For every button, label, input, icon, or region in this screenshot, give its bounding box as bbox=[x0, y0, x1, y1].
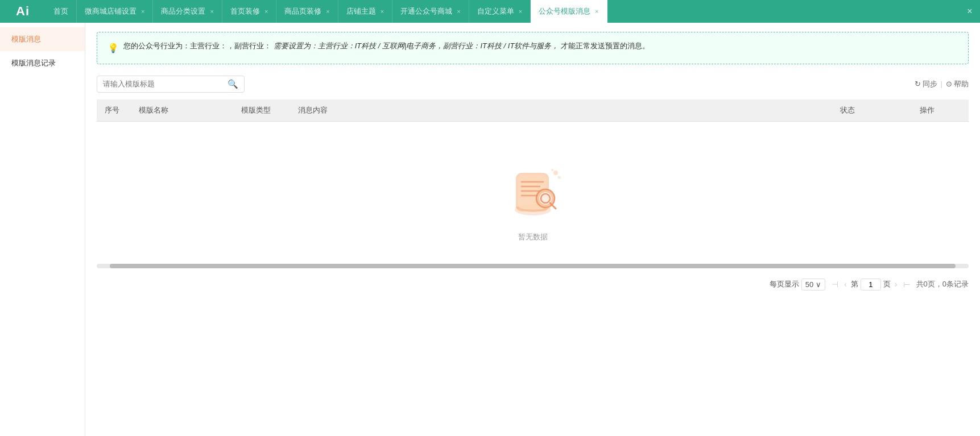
page-nav: ⊣ ‹ 第 页 › ⊢ bbox=[830, 279, 911, 290]
sync-button[interactable]: ↻ 同步 bbox=[915, 79, 937, 89]
tab-label-product-decor: 商品页装修 bbox=[284, 6, 321, 16]
tab-close-custom-menu[interactable]: × bbox=[519, 8, 522, 15]
table-body: 暂无数据 bbox=[97, 121, 969, 259]
prev-page-button[interactable]: ‹ bbox=[842, 280, 849, 289]
toolbar-divider: | bbox=[941, 80, 942, 88]
scroll-track[interactable] bbox=[97, 264, 969, 268]
tab-close-store-settings[interactable]: × bbox=[141, 8, 144, 15]
tab-close-home-decor[interactable]: × bbox=[264, 8, 268, 15]
empty-illustration bbox=[499, 156, 567, 224]
tab-close-open-mall[interactable]: × bbox=[457, 8, 460, 15]
svg-point-11 bbox=[553, 171, 558, 175]
next-page-button[interactable]: › bbox=[893, 280, 899, 289]
notice-icon: 💡 bbox=[107, 41, 119, 56]
tab-home[interactable]: 首页 bbox=[46, 0, 77, 23]
page-size-label: 每页显示 bbox=[770, 279, 799, 289]
page-number-input[interactable] bbox=[861, 279, 881, 290]
main-content: 💡 您的公众号行业为：主营行业：，副营行业： 需要设置为：主营行业：IT科技 /… bbox=[85, 23, 980, 436]
sidebar-item-template-msg[interactable]: 模版消息 bbox=[0, 27, 85, 51]
total-info: 共0页，0条记录 bbox=[916, 279, 969, 289]
notice-text: 您的公众号行业为：主营行业：，副营行业： 需要设置为：主营行业：IT科技 / 互… bbox=[123, 40, 650, 52]
svg-point-13 bbox=[551, 169, 553, 171]
toolbar-right: ↻ 同步 | ⊙ 帮助 bbox=[915, 79, 969, 89]
col-header-action: 操作 bbox=[912, 99, 969, 122]
tab-label-home-decor: 首页装修 bbox=[230, 6, 260, 16]
tab-list: 首页微商城店铺设置×商品分类设置×首页装修×商品页装修×店铺主题×开通公众号商城… bbox=[46, 0, 960, 23]
sidebar: 模版消息模版消息记录 bbox=[0, 23, 85, 436]
svg-point-12 bbox=[557, 176, 560, 178]
page-size-select: 每页显示 50 ∨ bbox=[770, 279, 825, 290]
page-size-dropdown[interactable]: 50 ∨ bbox=[801, 279, 825, 290]
tab-close-product-decor[interactable]: × bbox=[326, 8, 329, 15]
data-table: 序号 模版名称 模版类型 消息内容 状态 操作 bbox=[97, 99, 969, 259]
tab-home-decor[interactable]: 首页装修× bbox=[222, 0, 276, 23]
tab-label-custom-menu: 自定义菜单 bbox=[477, 6, 514, 16]
col-header-content: 消息内容 bbox=[290, 99, 832, 122]
tab-custom-menu[interactable]: 自定义菜单× bbox=[469, 0, 531, 23]
page-prefix-label: 第 bbox=[851, 279, 858, 289]
tab-close-store-theme[interactable]: × bbox=[381, 8, 384, 15]
search-button[interactable]: 🔍 bbox=[228, 79, 238, 89]
tab-label-category-settings: 商品分类设置 bbox=[161, 6, 205, 16]
search-input-wrapper[interactable]: 🔍 bbox=[97, 76, 245, 93]
page-unit-label: 页 bbox=[883, 279, 891, 289]
empty-state: 暂无数据 bbox=[97, 122, 969, 259]
main-layout: 模版消息模版消息记录 💡 您的公众号行业为：主营行业：，副营行业： 需要设置为：… bbox=[0, 23, 980, 436]
notice-prefix: 您的公众号行业为：主营行业：，副营行业： bbox=[123, 41, 271, 50]
tab-label-store-settings: 微商城店铺设置 bbox=[85, 6, 137, 16]
scroll-thumb[interactable] bbox=[110, 264, 956, 268]
sidebar-item-template-msg-record[interactable]: 模版消息记录 bbox=[0, 51, 85, 75]
help-label: 帮助 bbox=[954, 79, 969, 89]
tab-close-template-msg[interactable]: × bbox=[595, 8, 598, 15]
close-all-button[interactable]: × bbox=[960, 0, 980, 23]
help-button[interactable]: ⊙ 帮助 bbox=[946, 79, 969, 89]
tab-open-mall[interactable]: 开通公众号商城× bbox=[392, 0, 469, 23]
notice-highlight: 需要设置为：主营行业：IT科技 / 互联网|电子商务，副营行业：IT科技 / I… bbox=[274, 41, 559, 50]
tab-close-category-settings[interactable]: × bbox=[210, 8, 213, 15]
page-size-chevron-icon: ∨ bbox=[816, 280, 821, 289]
search-bar: 🔍 ↻ 同步 | ⊙ 帮助 bbox=[97, 76, 969, 93]
last-page-button[interactable]: ⊢ bbox=[902, 280, 912, 289]
table-head: 序号 模版名称 模版类型 消息内容 状态 操作 bbox=[97, 99, 969, 122]
sync-icon: ↻ bbox=[915, 80, 921, 88]
empty-text: 暂无数据 bbox=[518, 232, 548, 242]
app-logo: Ai bbox=[0, 0, 46, 23]
sync-label: 同步 bbox=[923, 79, 937, 89]
tab-label-store-theme: 店铺主题 bbox=[346, 6, 376, 16]
tab-product-decor[interactable]: 商品页装修× bbox=[276, 0, 338, 23]
tab-label-home: 首页 bbox=[53, 6, 68, 16]
first-page-button[interactable]: ⊣ bbox=[830, 280, 840, 289]
page-input-wrapper: 第 页 bbox=[851, 279, 891, 290]
col-header-status: 状态 bbox=[832, 99, 912, 122]
notice-box: 💡 您的公众号行业为：主营行业：，副营行业： 需要设置为：主营行业：IT科技 /… bbox=[97, 32, 969, 64]
empty-state-row: 暂无数据 bbox=[97, 121, 969, 259]
tab-store-settings[interactable]: 微商城店铺设置× bbox=[77, 0, 153, 23]
search-input[interactable] bbox=[103, 80, 228, 88]
col-header-no: 序号 bbox=[97, 99, 131, 122]
tab-store-theme[interactable]: 店铺主题× bbox=[338, 0, 392, 23]
notice-suffix: 才能正常发送预置的消息。 bbox=[561, 41, 650, 50]
col-header-name: 模版名称 bbox=[131, 99, 233, 122]
table-header-row: 序号 模版名称 模版类型 消息内容 状态 操作 bbox=[97, 99, 969, 122]
tab-category-settings[interactable]: 商品分类设置× bbox=[153, 0, 222, 23]
col-header-type: 模版类型 bbox=[233, 99, 290, 122]
tab-template-msg[interactable]: 公众号模版消息× bbox=[531, 0, 607, 23]
pagination: 每页显示 50 ∨ ⊣ ‹ 第 页 › ⊢ 共0页，0条记录 bbox=[97, 273, 969, 290]
page-size-value: 50 bbox=[805, 280, 813, 289]
tab-label-template-msg: 公众号模版消息 bbox=[539, 6, 590, 16]
help-icon: ⊙ bbox=[946, 80, 952, 88]
tab-label-open-mall: 开通公众号商城 bbox=[400, 6, 452, 16]
top-nav: Ai 首页微商城店铺设置×商品分类设置×首页装修×商品页装修×店铺主题×开通公众… bbox=[0, 0, 980, 23]
